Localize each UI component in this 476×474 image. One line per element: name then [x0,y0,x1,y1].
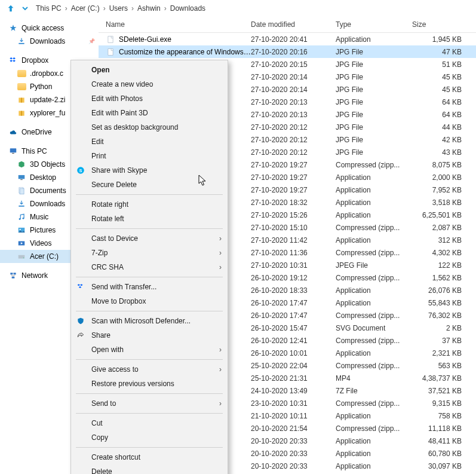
menu-item-label: Rotate right [91,200,128,209]
file-size: 55,843 KB [412,299,476,307]
file-size: 4,38,737 KB [412,374,476,383]
menu-item[interactable]: CRC SHA› [71,260,228,274]
file-size: 51 KB [412,60,476,69]
dropdown-history-button[interactable] [19,2,31,14]
sidebar-item-label: update-2.zi [30,96,65,104]
file-size: 48,411 KB [412,437,476,445]
svg-point-12 [19,218,21,220]
chevron-right-icon[interactable]: › [64,4,69,13]
file-size: 11,118 KB [412,424,476,433]
sidebar-label: Quick access [22,24,64,32]
file-type: Compressed (zipp... [336,311,412,320]
breadcrumb-segment[interactable]: This PC [33,3,64,14]
breadcrumb-segment[interactable]: Downloads [168,3,208,14]
menu-item[interactable]: Open [71,63,228,77]
breadcrumb-segment[interactable]: Ashwin [135,3,163,14]
column-type[interactable]: Type [336,20,412,29]
sidebar-item[interactable]: Downloads [0,35,99,48]
menu-separator [76,447,223,448]
menu-item[interactable]: Rotate right [71,197,228,212]
chevron-right-icon[interactable]: › [163,4,168,13]
file-size: 64 KB [412,111,476,119]
menu-item[interactable]: Give access to› [71,362,228,377]
file-row[interactable]: SDelete-Gui.exe27-10-2020 20:41Applicati… [99,33,476,45]
menu-item[interactable]: Open with› [71,342,228,357]
file-date: 26-10-2020 12:41 [251,337,336,345]
menu-separator [76,359,223,360]
file-type: 7Z File [336,387,412,395]
file-date: 27-10-2020 20:13 [251,98,336,106]
menu-item-label: Print [91,152,106,160]
file-type: JPG File [336,48,412,56]
menu-item[interactable]: Secure Delete [71,178,228,192]
file-date: 21-10-2020 10:11 [251,412,336,420]
file-date: 20-10-2020 21:54 [251,424,336,433]
menu-item[interactable]: Create shortcut [71,450,228,464]
sidebar-item-label: Python [30,82,52,91]
menu-item-label: Scan with Microsoft Defender... [91,317,191,325]
menu-item[interactable]: 7-Zip› [71,246,228,260]
chevron-right-icon[interactable]: › [102,4,107,13]
file-size: 9,315 KB [412,399,476,408]
nav-up-button[interactable] [5,2,17,14]
file-size: 42 KB [412,136,476,144]
menu-separator [76,311,223,311]
menu-item[interactable]: Create a new video [71,77,228,91]
file-size: 3,518 KB [412,198,476,207]
menu-item[interactable]: Cut [71,416,228,430]
svg-rect-2 [21,98,22,103]
file-date: 27-10-2020 20:16 [251,48,336,56]
file-type: Application [336,349,412,357]
menu-item[interactable]: Send to› [71,396,228,411]
menu-item[interactable]: Copy [71,430,228,445]
sidebar-quick-access[interactable]: Quick access [0,22,99,35]
menu-item[interactable]: Print [71,149,228,163]
column-date[interactable]: Date modified [251,20,336,29]
menu-item[interactable]: Edit [71,134,228,149]
file-date: 27-10-2020 20:13 [251,111,336,119]
menu-item[interactable]: Rotate left [71,212,228,226]
folder-icon [17,82,26,91]
sidebar-item-label: Videos [30,239,51,247]
chevron-right-icon: › [219,234,222,243]
menu-item[interactable]: Edit with Paint 3D [71,106,228,120]
menu-separator [76,393,223,394]
file-row[interactable]: Customize the appearance of Windows 1...… [99,45,476,58]
chevron-right-icon[interactable]: › [130,4,135,13]
svg-rect-6 [12,153,14,154]
file-type: Compressed (zipp... [336,399,412,408]
menu-item[interactable]: Share [71,328,228,342]
menu-item[interactable]: Cast to Device› [71,231,228,246]
menu-item-label: Edit with Paint 3D [91,109,148,117]
menu-item[interactable]: Edit with Photos [71,91,228,106]
menu-item[interactable]: Set as desktop background [71,120,228,134]
zip-icon [17,108,26,118]
column-name[interactable]: Name [99,20,251,29]
menu-item[interactable]: Scan with Microsoft Defender... [71,314,228,328]
file-date: 27-10-2020 15:26 [251,211,336,219]
file-size: 7,952 KB [412,186,476,194]
menu-item[interactable]: Restore previous versions [71,377,228,391]
breadcrumb-segment[interactable]: Acer (C:) [69,3,102,14]
menu-item-label: Send with Transfer... [91,283,156,291]
breadcrumb-segment[interactable]: Users [107,3,130,14]
column-size[interactable]: Size [412,20,476,29]
menu-item[interactable]: SShare with Skype [71,163,228,178]
menu-item-label: CRC SHA [91,263,124,271]
file-size: 1,945 KB [412,35,476,44]
chevron-right-icon: › [219,365,222,374]
menu-item-label: Cast to Device [91,234,138,243]
monitor-icon [8,146,18,156]
file-type: JPG File [336,98,412,106]
menu-item[interactable]: Send with Transfer... [71,280,228,294]
context-menu[interactable]: OpenCreate a new videoEdit with PhotosEd… [70,60,228,474]
file-size: 45 KB [412,73,476,81]
file-date: 24-10-2020 13:49 [251,387,336,395]
file-type: JPG File [336,60,412,69]
menu-item[interactable]: Move to Dropbox [71,294,228,308]
column-headers[interactable]: Name Date modified Type Size [99,17,476,33]
file-date: 26-10-2020 17:47 [251,311,336,320]
breadcrumb[interactable]: This PC›Acer (C:)›Users›Ashwin›Downloads [0,0,476,17]
menu-item[interactable]: Delete [71,464,228,474]
file-icon [106,47,115,57]
